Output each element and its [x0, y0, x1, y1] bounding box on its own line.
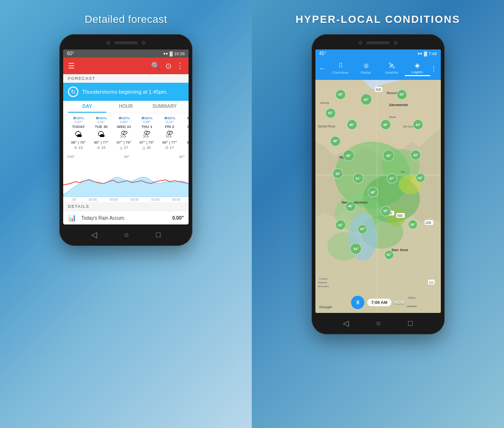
- search-icon[interactable]: 🔍: [151, 61, 161, 70]
- status-temp-right: 45°: [319, 51, 326, 56]
- forecast-day-today: 🌧30% 0.07" TODAY 🌤 88° | 76° ⊙ 15: [67, 115, 90, 151]
- nav-home-right[interactable]: ○: [376, 319, 381, 328]
- phone-top-left: [63, 41, 189, 45]
- temp-bubble-3: 44°: [397, 89, 407, 100]
- svg-text:dsburg: dsburg: [320, 101, 329, 104]
- more-icon-right[interactable]: ⋮: [430, 65, 437, 72]
- nav-recents-left[interactable]: □: [156, 231, 161, 239]
- svg-text:National: National: [318, 281, 327, 284]
- map-tabs: ⠿ Overview ⊕ Radar 🛰 Satellite ◈: [328, 60, 430, 76]
- map-content: Roseville Sacramento Davis Elk Grove dsb…: [315, 80, 441, 313]
- timeline-now: NOW: [394, 300, 405, 305]
- layers-icon: ◈: [415, 61, 420, 69]
- chart-x-labels: -00 00:00 00:00 00:00 00:00 00:00: [63, 197, 189, 202]
- temp-bubble-13: 51°: [353, 173, 363, 184]
- status-time-left: 10:26: [174, 51, 185, 56]
- camera-left-right: [359, 41, 362, 45]
- status-bar-left: 60° ▾▾ ▓ 10:26: [63, 49, 189, 58]
- svg-text:Sto...: Sto...: [401, 170, 407, 173]
- right-panel: HYPER-LOCAL CONDITIONS 45° ▾▾ ▓ 7:49 ←: [252, 0, 504, 428]
- right-screen: 45° ▾▾ ▓ 7:49 ← ⠿ Overview: [315, 49, 441, 313]
- camera-right-right: [394, 41, 398, 45]
- map-back-icon[interactable]: ←: [319, 65, 326, 72]
- overview-icon: ⠿: [338, 62, 343, 69]
- toolbar-icons-right: 🔍 ⊙ ⋮: [151, 61, 184, 70]
- left-screen: 60° ▾▾ ▓ 10:26 ☰ 🔍 ⊙ ⋮ FORECAST: [63, 49, 189, 224]
- nav-back-right[interactable]: ◁: [343, 319, 349, 328]
- phone-bottom-left: ◁ ○ □: [63, 230, 189, 239]
- map-toolbar-top: ← ⠿ Overview ⊕ Radar 🛰 Satellite: [318, 58, 438, 78]
- tab-satellite[interactable]: 🛰 Satellite: [379, 61, 405, 76]
- temp-bubble-8: 40°: [330, 136, 341, 146]
- tab-layers[interactable]: ◈ Layers: [405, 60, 430, 76]
- forecast-day-wed: 🌧60% 0.60" WED 31 ⛈ 87° | 78° △ 17: [113, 115, 135, 151]
- svg-text:580: 580: [397, 214, 403, 217]
- status-icons-left: ▾▾ ▓ 10:26: [163, 51, 185, 56]
- forecast-scroll: 🌧30% 0.07" TODAY 🌤 88° | 76° ⊙ 15 🌧40% 0…: [63, 113, 189, 153]
- nav-back-left[interactable]: ◁: [91, 230, 97, 239]
- temp-bubble-21: 39°: [408, 220, 418, 229]
- thunder-icon: ↻: [68, 87, 78, 97]
- tab-day[interactable]: DAY: [68, 101, 106, 113]
- forecast-day-sat: 🌧60% 0.10" SAT 3 🌤 89° | 7 ⊙ 10: [181, 115, 189, 151]
- timeline-play-btn[interactable]: ⏸: [351, 296, 364, 309]
- battery-icon-right: ▓: [424, 51, 427, 56]
- temp-bubble-23: 41°: [384, 250, 394, 260]
- detail-row: 📊 Today's Rain Accum. 0.00": [63, 211, 189, 224]
- timeline-time: 7:00 AM: [367, 299, 391, 306]
- map-timeline: ⏸ 7:00 AM NOW: [315, 296, 441, 309]
- menu-icon[interactable]: ☰: [68, 61, 75, 70]
- wifi-icon-left: ▾▾: [163, 51, 168, 56]
- tab-radar[interactable]: ⊕ Radar: [353, 61, 379, 76]
- camera-right-left: [142, 41, 145, 45]
- wifi-icon-right: ▾▾: [418, 51, 422, 56]
- temp-bubble-9: 48°: [343, 150, 354, 161]
- temp-bubble-6: 46°: [380, 119, 391, 130]
- tab-hour[interactable]: HOUR: [106, 101, 145, 113]
- battery-icon-left: ▓: [170, 51, 173, 56]
- svg-text:Santa Rosa: Santa Rosa: [318, 125, 335, 128]
- left-title: Detailed forecast: [85, 13, 167, 26]
- speaker-left: [114, 41, 138, 44]
- tab-summary[interactable]: SUMMARY: [145, 101, 184, 113]
- phone-bottom-right: ◁ ○ □: [315, 319, 441, 328]
- banner-text: Thunderstorms beginning at 1:45pm.: [82, 89, 168, 95]
- temp-bubble-4: 43°: [325, 108, 336, 118]
- thunderstorm-banner: ↻ Thunderstorms beginning at 1:45pm.: [63, 83, 189, 101]
- detail-value: 0.00": [172, 215, 184, 221]
- status-temp-left: 60°: [67, 51, 74, 56]
- right-phone: 45° ▾▾ ▓ 7:49 ← ⠿ Overview: [312, 34, 445, 334]
- weather-toolbar: ☰ 🔍 ⊙ ⋮: [63, 58, 189, 74]
- temp-bubble-18: 45°: [380, 206, 391, 216]
- status-icons-right: ▾▾ ▓ 7:49: [418, 51, 437, 56]
- temp-bubble-5: 46°: [347, 119, 357, 130]
- temp-bubble-19: 43°: [335, 220, 346, 230]
- more-icon-left[interactable]: ⋮: [176, 61, 184, 70]
- chart-svg: [63, 159, 189, 197]
- map-toolbar: ← ⠿ Overview ⊕ Radar 🛰 Satellite: [315, 58, 441, 80]
- right-title: HYPER-LOCAL CONDITIONS: [295, 13, 460, 26]
- temp-bubble-11: 45°: [410, 150, 421, 160]
- svg-text:San Jose: San Jose: [391, 248, 409, 252]
- nav-home-left[interactable]: ○: [124, 231, 129, 239]
- nav-recents-right[interactable]: □: [408, 319, 413, 328]
- forecast-day-thu: 🌧80% 0.89" THU 1 ⛈ 87° | 79° △ 20: [135, 115, 158, 151]
- chart-area: 100° 90° 80° -00 00:00 00:00 00:00 00:00: [63, 153, 189, 202]
- left-phone: 60° ▾▾ ▓ 10:26 ☰ 🔍 ⊙ ⋮ FORECAST: [59, 34, 192, 246]
- tab-overview[interactable]: ⠿ Overview: [328, 61, 353, 76]
- temp-bubble-14: 47°: [387, 173, 397, 184]
- satellite-icon: 🛰: [389, 62, 395, 69]
- temp-bubble-2: 43°: [335, 89, 346, 100]
- svg-text:Davis: Davis: [389, 116, 396, 118]
- svg-text:505: 505: [376, 88, 381, 91]
- svg-text:205: 205: [426, 221, 431, 224]
- location-icon[interactable]: ⊙: [165, 61, 171, 70]
- detail-text: Today's Rain Accum.: [81, 215, 169, 221]
- status-time-right: 7:49: [428, 51, 437, 56]
- temp-bubble-10: 48°: [383, 150, 394, 161]
- temp-bubble-15: 42°: [416, 173, 425, 183]
- svg-text:101: 101: [429, 281, 434, 284]
- speaker-right: [366, 41, 390, 44]
- temp-bubble-20: 43°: [358, 224, 367, 234]
- forecast-day-tue: 🌧40% 0.91" TUE 30 🌤 86° | 77° ⊙ 15: [90, 115, 113, 151]
